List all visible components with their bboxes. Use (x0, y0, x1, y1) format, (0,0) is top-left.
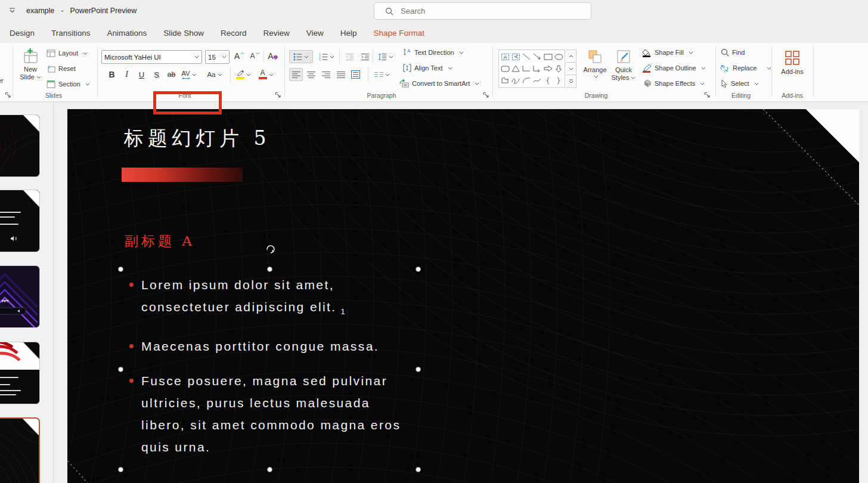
slide-subtitle-text[interactable]: 副标题 A (125, 232, 195, 250)
align-right-button[interactable] (319, 68, 333, 81)
shape-left-brace-icon[interactable] (545, 77, 550, 85)
tab-shape-format[interactable]: Shape Format (365, 29, 433, 38)
selection-handle-bottom-right[interactable] (416, 467, 421, 472)
text-highlight-button[interactable] (234, 68, 252, 81)
slide-canvas[interactable]: 标题幻灯片 5 副标题 A Lorem ipsum dolor sit amet… (67, 109, 859, 483)
tab-view[interactable]: View (298, 29, 332, 38)
shape-line-icon[interactable] (522, 53, 531, 60)
shape-down-arrow-icon[interactable] (555, 65, 562, 73)
character-spacing-button[interactable]: AV (179, 68, 199, 81)
drawing-dialog-launcher-icon[interactable] (704, 92, 711, 99)
shape-rectangle-icon[interactable] (544, 54, 553, 60)
tab-design[interactable]: Design (0, 29, 43, 38)
text-direction-button[interactable]: A Text Direction (403, 47, 464, 58)
layout-button[interactable]: Layout (46, 47, 88, 59)
columns-button[interactable] (372, 68, 392, 81)
font-color-button[interactable]: A (257, 68, 275, 81)
selection-handle-top-center[interactable] (267, 267, 272, 272)
slide-thumbnail-panel[interactable]: T PPT (0, 102, 54, 483)
shape-effects-button[interactable]: Shape Effects (642, 78, 705, 89)
paragraph-dialog-launcher-icon[interactable] (483, 92, 490, 99)
text-shadow-button[interactable]: S (150, 68, 163, 81)
shape-elbow-connector-icon[interactable] (522, 65, 531, 72)
line-spacing-button[interactable] (376, 50, 396, 63)
shape-elbow-arrow-connector-icon[interactable] (533, 65, 541, 72)
slide-thumbnail-2[interactable] (0, 190, 40, 252)
decrease-indent-button[interactable] (343, 50, 356, 63)
gallery-more-button[interactable] (566, 75, 576, 87)
reset-button[interactable]: Reset (46, 63, 76, 75)
search-box[interactable] (374, 2, 591, 20)
tab-help[interactable]: Help (332, 29, 365, 38)
selection-handle-top-left[interactable] (118, 267, 123, 272)
tab-slide-show[interactable]: Slide Show (155, 29, 212, 38)
numbering-button[interactable]: 123 (315, 50, 339, 63)
selection-handle-top-right[interactable] (416, 267, 421, 272)
bullet-textbox[interactable]: Lorem ipsum dolor sit amet, consectetuer… (129, 274, 427, 470)
font-dialog-launcher-icon[interactable] (275, 92, 282, 99)
clipboard-dialog-launcher-icon[interactable] (5, 92, 12, 99)
tab-transitions[interactable]: Transitions (43, 29, 99, 38)
shape-freeform-icon[interactable] (501, 77, 509, 84)
shape-fill-button[interactable]: Shape Fill (642, 47, 693, 58)
justify-button[interactable] (334, 68, 348, 81)
window-chevron-icon[interactable] (8, 8, 16, 14)
align-text-button[interactable]: Align Text (403, 62, 452, 74)
shape-triangle-icon[interactable] (512, 65, 520, 72)
arrange-button[interactable]: Arrange (581, 49, 609, 78)
shape-rounded-rectangle-icon[interactable] (501, 66, 510, 72)
rotate-handle-icon[interactable] (264, 243, 276, 255)
shapes-gallery[interactable]: A A (498, 49, 565, 88)
shape-textbox-icon[interactable]: A (501, 53, 510, 61)
find-button[interactable]: Find (721, 47, 745, 58)
section-button[interactable]: Section (46, 78, 90, 90)
slide-thumbnail-4[interactable] (0, 342, 40, 404)
shape-oval-icon[interactable] (554, 54, 563, 60)
slide-thumbnail-3[interactable]: T PPT (0, 265, 40, 328)
change-case-button[interactable]: Aa (204, 68, 225, 81)
bold-button[interactable]: B (105, 68, 119, 81)
editing-group-label: Editing (711, 92, 771, 99)
slide-thumbnail-5-selected[interactable] (0, 417, 40, 483)
clear-formatting-button[interactable]: A (266, 49, 280, 63)
replace-button[interactable]: bc Replace (720, 62, 771, 74)
shape-right-arrow-icon[interactable] (544, 65, 553, 72)
grow-font-button[interactable]: A (232, 49, 246, 63)
search-input[interactable] (401, 7, 568, 16)
selection-handle-middle-right[interactable] (416, 367, 421, 372)
shape-right-brace-icon[interactable] (556, 77, 561, 85)
distribute-text-button[interactable] (349, 68, 362, 81)
italic-button[interactable]: I (120, 68, 134, 81)
slide-thumbnail-1[interactable] (0, 114, 40, 177)
shrink-font-button[interactable]: A (248, 49, 262, 63)
convert-to-smartart-button[interactable]: Convert to SmartArt (399, 78, 479, 89)
tab-animations[interactable]: Animations (99, 29, 156, 38)
strikethrough-button[interactable]: ab (165, 68, 178, 81)
shape-arc-icon[interactable] (522, 77, 531, 84)
selection-handle-middle-left[interactable] (118, 367, 123, 372)
align-left-button[interactable] (289, 68, 303, 81)
shape-arrow-icon[interactable] (533, 53, 541, 60)
gallery-scroll-up-button[interactable] (566, 50, 576, 62)
shape-vertical-textbox-icon[interactable]: A (512, 53, 520, 61)
shape-outline-button[interactable]: Shape Outline (642, 62, 706, 74)
shape-scribble-icon[interactable] (512, 77, 520, 84)
tab-review[interactable]: Review (255, 29, 297, 38)
selection-handle-bottom-center[interactable] (267, 467, 272, 472)
slide-title-text[interactable]: 标题幻灯片 5 (124, 125, 271, 152)
bullets-button[interactable] (289, 50, 313, 63)
select-button[interactable]: Select (721, 78, 759, 89)
shape-curve-icon[interactable] (533, 77, 541, 84)
increase-indent-button[interactable] (358, 50, 372, 63)
gallery-scroll-down-button[interactable] (566, 62, 576, 75)
accent-bar[interactable] (122, 168, 243, 182)
font-name-combobox[interactable]: Microsoft YaHei UI (101, 50, 202, 64)
quick-styles-button[interactable]: Quick Styles (610, 49, 637, 82)
underline-button[interactable]: U (135, 68, 148, 81)
align-center-button[interactable] (304, 68, 318, 81)
add-ins-button[interactable]: Add-ins (778, 49, 807, 76)
font-size-combobox[interactable]: 15 (205, 50, 230, 64)
tab-record[interactable]: Record (212, 29, 255, 38)
new-slide-button[interactable]: New Slide (18, 48, 42, 81)
selection-handle-bottom-left[interactable] (118, 467, 123, 472)
